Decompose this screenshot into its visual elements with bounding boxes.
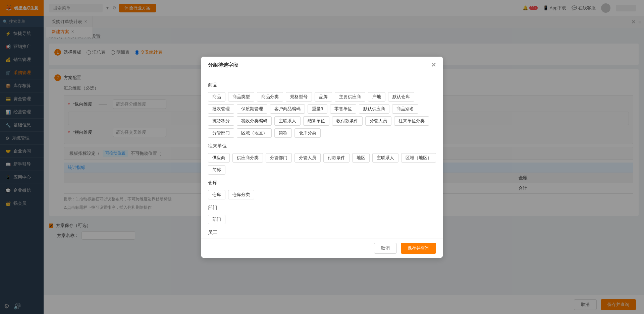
modal-body: 商品商品商品类型商品分类规格型号品牌主要供应商产地默认仓库批次管理保质期管理客户… bbox=[201, 74, 443, 236]
field-tags-部门: 部门 bbox=[208, 215, 436, 224]
field-tag-分管人员[interactable]: 分管人员 bbox=[294, 153, 321, 163]
group-title-仓库: 仓库 bbox=[208, 180, 436, 186]
field-tag-简称[interactable]: 简称 bbox=[208, 165, 225, 175]
modal-confirm-button[interactable]: 保存并查询 bbox=[401, 243, 436, 254]
field-tag-供应商分类[interactable]: 供应商分类 bbox=[232, 153, 263, 163]
modal-overlay[interactable]: 分组待选字段 ✕ 商品商品商品类型商品分类规格型号品牌主要供应商产地默认仓库批次… bbox=[0, 0, 644, 314]
modal: 分组待选字段 ✕ 商品商品商品类型商品分类规格型号品牌主要供应商产地默认仓库批次… bbox=[201, 57, 443, 258]
field-tag-商品[interactable]: 商品 bbox=[208, 92, 225, 102]
field-tag-仓库[interactable]: 仓库 bbox=[208, 190, 225, 199]
field-tag-区域（地区）[interactable]: 区域（地区） bbox=[237, 128, 272, 138]
group-title-商品: 商品 bbox=[208, 82, 436, 88]
modal-header: 分组待选字段 ✕ bbox=[201, 57, 443, 74]
field-tag-主联系人[interactable]: 主联系人 bbox=[274, 116, 301, 126]
field-tag-拣货积分[interactable]: 拣货积分 bbox=[208, 116, 234, 126]
field-tag-客户商品编码[interactable]: 客户商品编码 bbox=[270, 104, 305, 114]
field-tag-部门[interactable]: 部门 bbox=[208, 215, 225, 224]
field-tag-商品分类[interactable]: 商品分类 bbox=[257, 92, 283, 102]
field-tag-产地[interactable]: 产地 bbox=[368, 92, 385, 102]
field-tag-商品别名[interactable]: 商品别名 bbox=[392, 104, 418, 114]
field-tag-结算单位[interactable]: 结算单位 bbox=[303, 116, 329, 126]
modal-scroll-bottom bbox=[201, 235, 443, 238]
field-tag-默认仓库[interactable]: 默认仓库 bbox=[388, 92, 414, 102]
group-title-往来单位: 往来单位 bbox=[208, 143, 436, 149]
field-tag-仓库分类[interactable]: 仓库分类 bbox=[294, 128, 321, 138]
field-tag-零售单位[interactable]: 零售单位 bbox=[330, 104, 356, 114]
field-tags-仓库: 仓库仓库分类 bbox=[208, 190, 436, 199]
field-tag-简称[interactable]: 简称 bbox=[274, 128, 292, 138]
field-tag-默认供应商[interactable]: 默认供应商 bbox=[359, 104, 389, 114]
field-tag-收付款条件[interactable]: 收付款条件 bbox=[332, 116, 363, 126]
field-tag-批次管理[interactable]: 批次管理 bbox=[208, 104, 234, 114]
field-tag-区域（地区）[interactable]: 区域（地区） bbox=[401, 153, 436, 163]
field-tag-分管人员[interactable]: 分管人员 bbox=[365, 116, 391, 126]
modal-title: 分组待选字段 bbox=[208, 62, 238, 68]
field-tags-往来单位: 供应商供应商分类分管部门分管人员付款条件地区主联系人区域（地区）简称 bbox=[208, 153, 436, 175]
field-tag-规格型号[interactable]: 规格型号 bbox=[286, 92, 312, 102]
group-title-部门: 部门 bbox=[208, 205, 436, 211]
field-tag-保质期管理[interactable]: 保质期管理 bbox=[237, 104, 267, 114]
field-tag-商品类型[interactable]: 商品类型 bbox=[228, 92, 254, 102]
field-tag-品牌[interactable]: 品牌 bbox=[315, 92, 332, 102]
modal-footer: 取消 保存并查询 bbox=[201, 239, 443, 258]
field-tag-往来单位分类[interactable]: 往来单位分类 bbox=[394, 116, 429, 126]
modal-close-icon[interactable]: ✕ bbox=[431, 62, 436, 68]
field-tags-商品: 商品商品类型商品分类规格型号品牌主要供应商产地默认仓库批次管理保质期管理客户商品… bbox=[208, 92, 436, 138]
field-tag-供应商[interactable]: 供应商 bbox=[208, 153, 230, 163]
field-tag-付款条件[interactable]: 付款条件 bbox=[323, 153, 350, 163]
group-title-员工: 员工 bbox=[208, 230, 436, 236]
field-tag-重量3[interactable]: 重量3 bbox=[308, 104, 327, 114]
field-tag-税收分类编码[interactable]: 税收分类编码 bbox=[237, 116, 272, 126]
field-tag-主联系人[interactable]: 主联系人 bbox=[372, 153, 398, 163]
field-tag-分管部门[interactable]: 分管部门 bbox=[208, 128, 234, 138]
field-tag-地区[interactable]: 地区 bbox=[352, 153, 370, 163]
field-tag-分管部门[interactable]: 分管部门 bbox=[266, 153, 292, 163]
modal-cancel-button[interactable]: 取消 bbox=[374, 243, 397, 254]
field-tag-仓库分类[interactable]: 仓库分类 bbox=[228, 190, 254, 199]
field-tag-主要供应商[interactable]: 主要供应商 bbox=[335, 92, 365, 102]
